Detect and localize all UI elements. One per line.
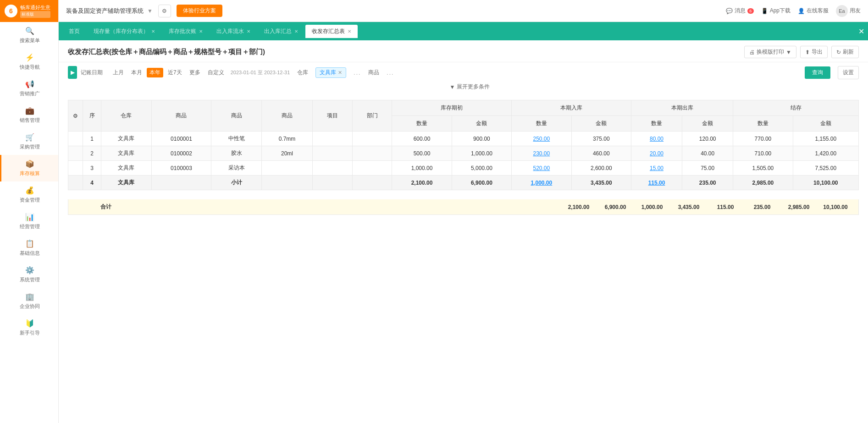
warehouse-tag[interactable]: 文具库 ✕ [315, 67, 346, 78]
service-action[interactable]: 👤 在线客服 [798, 7, 829, 15]
sidebar-item-quick[interactable]: ⚡ 快捷导航 [0, 49, 58, 75]
linked-value[interactable]: 230.00 [533, 150, 550, 157]
col-in-qty: 数量 [512, 116, 571, 132]
basic-icon: 📋 [25, 239, 34, 248]
sidebar-item-basic[interactable]: 📋 基础信息 [0, 235, 58, 261]
enterprise-icon: 🏢 [25, 292, 34, 301]
sidebar-item-search[interactable]: 🔍 搜索菜单 [0, 22, 58, 49]
notification-label: 消息 [735, 7, 746, 15]
export-button[interactable]: ⬆ 导出 [800, 46, 828, 58]
sidebar-item-inventory[interactable]: 📦 库存核算 [0, 155, 58, 181]
warehouse-more-dots[interactable]: ... [354, 70, 361, 76]
system-icon: ⚙️ [25, 266, 34, 275]
footer-in-amt: 3,435.00 [670, 204, 707, 210]
export-icon: ⬆ [805, 49, 810, 55]
footer-out-amt: 235.00 [744, 204, 780, 210]
template-print-button[interactable]: 🖨 换模版打印 ▼ [744, 46, 796, 58]
sidebar-item-finance[interactable]: 💰 资金管理 [0, 181, 58, 208]
goods-more-dots[interactable]: ... [387, 70, 394, 76]
tab-inout-summary[interactable]: 出入库汇总 ✕ [258, 25, 304, 38]
sidebar: 6 畅库通好生意 标准版 🔍 搜索菜单 ⚡ 快捷导航 📢 营销推广 💼 销售管理 [0, 0, 59, 423]
col-spec-header: 商品 [261, 100, 312, 132]
filter-toggle-arrow[interactable]: ▶ [68, 66, 77, 79]
tab-close-inout-summary[interactable]: ✕ [294, 29, 298, 34]
trial-button[interactable]: 体验行业方案 [177, 5, 222, 17]
sidebar-label-enterprise: 企业协同 [20, 303, 40, 310]
linked-value[interactable]: 520.00 [533, 165, 550, 171]
tab-inventory-dist[interactable]: 现存量（库存分布表） ✕ [87, 25, 161, 38]
system-dropdown-icon: ▼ [147, 8, 153, 14]
page-title: 收发存汇总表(按仓库＋商品编码＋商品＋规格型号＋项目＋部门) [68, 48, 265, 56]
linked-value[interactable]: 20.00 [650, 150, 663, 157]
tab-close-all-icon[interactable]: ✕ [858, 27, 864, 36]
sidebar-item-system[interactable]: ⚙️ 系统管理 [0, 261, 58, 288]
settings-filter-button[interactable]: 设置 [838, 66, 859, 79]
sidebar-item-marketing[interactable]: 📢 营销推广 [0, 75, 58, 102]
sidebar-item-operation[interactable]: 📊 经营管理 [0, 208, 58, 235]
purchase-icon: 🛒 [25, 133, 34, 142]
col-close-qty: 数量 [733, 116, 793, 132]
sidebar-item-sales[interactable]: 💼 销售管理 [0, 102, 58, 128]
sidebar-item-guide[interactable]: 🔰 新手引导 [0, 314, 58, 341]
linked-value[interactable]: 1,000.00 [531, 180, 553, 186]
chevron-down-icon: ▼ [786, 49, 791, 55]
user-action[interactable]: Ea 用友 [836, 5, 861, 17]
tab-close-receipt-summary[interactable]: ✕ [348, 29, 351, 34]
shortcut-last-month[interactable]: 上月 [110, 68, 127, 77]
linked-value[interactable]: 250.00 [533, 136, 550, 142]
warehouse-tag-close[interactable]: ✕ [338, 70, 342, 76]
finance-icon: 💰 [25, 186, 34, 195]
linked-value[interactable]: 115.00 [648, 180, 665, 186]
app-download-action[interactable]: 📱 App下载 [761, 7, 791, 15]
tab-close-inventory-dist[interactable]: ✕ [151, 29, 155, 34]
tab-close-inout-flow[interactable]: ✕ [247, 29, 250, 34]
tab-batch[interactable]: 库存批次账 ✕ [162, 25, 209, 38]
col-settings[interactable]: ⚙ [68, 100, 83, 132]
sidebar-label-basic: 基础信息 [20, 250, 40, 257]
col-warehouse-header: 仓库 [101, 100, 152, 132]
sidebar-item-enterprise[interactable]: 🏢 企业协同 [0, 288, 58, 314]
tab-inout-flow[interactable]: 出入库流水 ✕ [210, 25, 257, 38]
shortcut-custom[interactable]: 自定义 [205, 68, 227, 77]
linked-value[interactable]: 80.00 [650, 136, 663, 142]
linked-value[interactable]: 15.00 [650, 165, 663, 171]
settings-button[interactable]: ⚙ [158, 5, 171, 17]
col-out-qty: 数量 [631, 116, 682, 132]
sidebar-label-sales: 销售管理 [20, 117, 40, 124]
warehouse-tag-value: 文具库 [320, 69, 336, 77]
avatar: Ea [836, 5, 848, 17]
sidebar-label-system: 系统管理 [20, 276, 40, 283]
notification-action[interactable]: 💬 消息 6 [726, 7, 754, 15]
tab-batch-label: 库存批次账 [169, 27, 196, 35]
tab-receipt-summary[interactable]: 收发存汇总表 ✕ [305, 25, 358, 38]
col-group-out: 本期出库 [631, 100, 733, 116]
sidebar-nav: 🔍 搜索菜单 ⚡ 快捷导航 📢 营销推广 💼 销售管理 🛒 采购管理 📦 [0, 22, 58, 423]
shortcut-this-month[interactable]: 本月 [128, 68, 145, 77]
warehouse-label: 仓库 [297, 69, 308, 77]
tab-close-batch[interactable]: ✕ [199, 29, 203, 34]
template-icon: 🖨 [749, 49, 755, 55]
col-group-opening: 库存期初 [392, 100, 512, 116]
refresh-button[interactable]: ↻ 刷新 [831, 46, 859, 58]
expand-conditions-button[interactable]: ▼ 展开更多条件 [450, 83, 490, 91]
guide-icon: 🔰 [25, 319, 34, 328]
shortcut-7days[interactable]: 近7天 [165, 68, 185, 77]
shortcut-more[interactable]: 更多 [187, 68, 203, 77]
row-settings-cell [68, 161, 83, 176]
goods-label: 商品 [368, 69, 379, 77]
filter-row-1: 记账日期 上月 本月 本年 近7天 更多 自定义 2023-01-01 至 20… [81, 66, 859, 79]
sidebar-label-guide: 新手引导 [20, 330, 40, 336]
sidebar-item-purchase[interactable]: 🛒 采购管理 [0, 128, 58, 155]
shortcut-this-year[interactable]: 本年 [147, 68, 163, 77]
date-range: 2023-01-01 至 2023-12-31 [231, 69, 290, 76]
col-group-in: 本期入库 [512, 100, 631, 116]
filter-row-2: ▼ 展开更多条件 [81, 83, 859, 91]
system-selector: 装备及固定资产辅助管理系统 ▼ [66, 7, 153, 15]
query-button[interactable]: 查询 [805, 66, 830, 79]
col-code-header: 商品 [151, 100, 211, 132]
tab-home[interactable]: 首页 [62, 25, 86, 38]
sales-icon: 💼 [25, 106, 34, 115]
table-settings-icon[interactable]: ⚙ [73, 113, 78, 119]
page-header: 收发存汇总表(按仓库＋商品编码＋商品＋规格型号＋项目＋部门) 🖨 换模版打印 ▼… [59, 40, 868, 62]
tab-bar: 首页 现存量（库存分布表） ✕ 库存批次账 ✕ 出入库流水 ✕ 出入库汇总 ✕ … [59, 22, 868, 40]
